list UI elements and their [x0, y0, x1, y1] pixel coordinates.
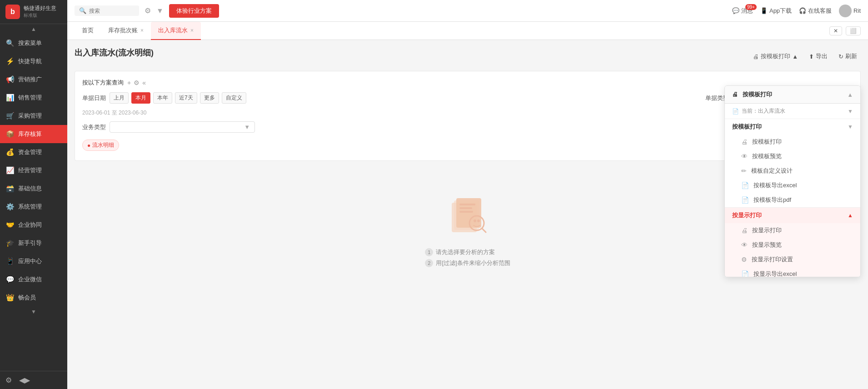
sidebar-scroll-up[interactable]: ▲ [0, 24, 67, 34]
dropdown-item-template-custom[interactable]: ✏ 模板自定义设计 [725, 164, 860, 178]
svg-rect-3 [459, 204, 475, 205]
page-actions: 🖨 按模板打印 ▲ ⬆ 导出 ↻ 刷新 [749, 50, 861, 62]
date-btn-custom[interactable]: 自定义 [222, 92, 246, 104]
tab-batch-ledger-label: 库存批次账 [108, 26, 138, 35]
sidebar-item-cooperation[interactable]: 🤝 企业协同 [0, 216, 67, 234]
sidebar-item-wechat[interactable]: 💬 企业微信 [0, 270, 67, 289]
online-service-button[interactable]: 🎧 在线客服 [799, 7, 832, 15]
print-btn[interactable]: 🖨 按模板打印 ▲ [749, 50, 802, 62]
sidebar-item-member[interactable]: 👑 畅会员 [0, 289, 67, 307]
template-export-pdf-icon: 📄 [741, 196, 749, 204]
step-2-num: 2 [425, 259, 433, 267]
trial-btn[interactable]: 体验行业方案 [169, 4, 219, 18]
biz-type-filter-item: 业务类型 ▼ [82, 121, 255, 133]
sidebar-item-appstore[interactable]: 📱 应用中心 [0, 252, 67, 270]
filter-setting-icon[interactable]: ⚙ [134, 79, 140, 86]
sidebar-item-inventory[interactable]: 📦 库存核算 [0, 125, 67, 143]
display-print-settings-icon: ⚙ [741, 256, 747, 263]
settings-bottom-icon[interactable]: ⚙ [5, 376, 12, 384]
search-icon: 🔍 [5, 39, 15, 48]
menu-toggle-icon[interactable]: ◀▶ [19, 376, 30, 384]
dropdown-title: 🖨 按模板打印 [732, 90, 772, 99]
sidebar-item-base[interactable]: 🗃️ 基础信息 [0, 180, 67, 198]
dropdown-item-template-export-excel[interactable]: 📄 按模板导出excel [725, 178, 860, 193]
sidebar-item-quick-nav[interactable]: ⚡ 快捷导航 [0, 52, 67, 70]
sidebar-item-guide[interactable]: 🎓 新手引导 [0, 234, 67, 252]
sidebar-item-label: 系统管理 [18, 203, 42, 211]
sidebar-item-label: 应用中心 [18, 257, 42, 265]
tab-batch-ledger[interactable]: 库存批次账 × [101, 22, 151, 40]
sidebar-item-sales[interactable]: 📊 销售管理 [0, 89, 67, 107]
search-input[interactable] [89, 8, 135, 14]
date-btn-current-year[interactable]: 本年 [153, 92, 172, 104]
date-filter-label: 单据日期 [82, 94, 106, 102]
sidebar-item-label: 库存核算 [18, 130, 42, 138]
sidebar-item-finance[interactable]: 💰 资金管理 [0, 143, 67, 161]
dropdown-item-display-export-excel[interactable]: 📄 按显示导出excel [725, 267, 860, 277]
svg-rect-5 [459, 211, 473, 213]
svg-line-7 [482, 229, 486, 232]
sidebar-item-label: 营销推广 [18, 75, 42, 84]
print-label: 按模板打印 [761, 52, 790, 60]
template-export-excel-label: 按模板导出excel [753, 181, 797, 190]
window-maximize-btn[interactable]: ⬜ [846, 26, 861, 35]
refresh-btn[interactable]: ↻ 刷新 [835, 50, 861, 62]
active-filter-tag-flow[interactable]: ● 流水明细 [82, 140, 119, 151]
dropdown-item-display-preview[interactable]: 👁 按显示预览 [725, 238, 860, 252]
empty-step-2: 2 用[过滤]条件来缩小分析范围 [425, 259, 510, 267]
inventory-icon: 📦 [5, 130, 15, 139]
current-template-icon: 📄 [732, 108, 739, 115]
add-filter-icon[interactable]: + [127, 79, 131, 86]
template-print-section: 按模板打印 ▼ 🖨 按模板打印 👁 按模板预览 [725, 119, 860, 208]
filter-collapse-icon[interactable]: « [142, 79, 146, 86]
tab-batch-ledger-close[interactable]: × [140, 27, 144, 34]
sidebar-item-search[interactable]: 🔍 搜索菜单 [0, 34, 67, 52]
topbar-gear-icon[interactable]: ⚙ [145, 6, 151, 15]
svg-rect-4 [459, 207, 472, 209]
display-print-items: 🖨 按显示打印 👁 按显示预览 ⚙ 按显示打印设置 [725, 223, 860, 277]
sidebar-item-purchase[interactable]: 🛒 采购管理 [0, 107, 67, 125]
filter-icon: ● [87, 142, 90, 149]
dropdown-item-template-export-pdf[interactable]: 📄 按模板导出pdf [725, 193, 860, 207]
guide-icon: 🎓 [5, 239, 15, 248]
dropdown-item-template-preview[interactable]: 👁 按模板预览 [725, 149, 860, 164]
tab-inout-flow-close[interactable]: × [190, 27, 194, 34]
page-content: 出入库流水(流水明细) 🖨 按模板打印 ▲ ⬆ 导出 ↻ 刷新 [67, 40, 868, 389]
dropdown-item-template-print[interactable]: 🖨 按模板打印 [725, 135, 860, 149]
date-btn-last7days[interactable]: 近7天 [175, 92, 197, 104]
topbar-search-box[interactable]: 🔍 [75, 5, 139, 16]
member-icon: 👑 [5, 293, 15, 302]
date-btn-more[interactable]: 更多 [200, 92, 219, 104]
dropdown-item-display-print-settings[interactable]: ⚙ 按显示打印设置 [725, 252, 860, 267]
appstore-icon: 📱 [5, 257, 15, 266]
messages-button[interactable]: 💬 消息 99+ [732, 7, 753, 15]
edition-label: 标准版 [24, 12, 56, 19]
sidebar-item-system[interactable]: ⚙️ 系统管理 [0, 198, 67, 216]
date-btn-last-month[interactable]: 上月 [110, 92, 129, 104]
tab-inout-flow[interactable]: 出入库流水 × [151, 22, 201, 40]
chevron-up-icon[interactable]: ▲ [847, 91, 853, 98]
template-export-pdf-label: 按模板导出pdf [753, 196, 791, 204]
user-avatar-area[interactable]: Rit [839, 5, 861, 17]
template-print-item-label: 按模板打印 [752, 138, 782, 146]
svg-point-9 [477, 219, 480, 222]
biz-type-select[interactable]: ▼ [110, 121, 255, 133]
topbar-left: 🔍 ⚙ ▼ 体验行业方案 [75, 4, 219, 18]
export-btn[interactable]: ⬆ 导出 [805, 50, 831, 62]
empty-icon [445, 194, 490, 239]
tab-home[interactable]: 首页 [75, 22, 101, 40]
sidebar-bottom: ⚙ ◀▶ [0, 371, 67, 389]
sidebar-scroll-down[interactable]: ▼ [0, 307, 67, 317]
topbar-arrow-icon[interactable]: ▼ [156, 7, 164, 15]
template-preview-label: 按模板预览 [752, 152, 782, 160]
display-print-header[interactable]: 按显示打印 ▲ [725, 208, 860, 223]
date-btn-current-month[interactable]: 本月 [131, 92, 150, 104]
sidebar-item-label: 经营管理 [18, 166, 42, 175]
template-print-header[interactable]: 按模板打印 ▼ [725, 119, 860, 135]
sidebar-item-operations[interactable]: 📈 经营管理 [0, 161, 67, 180]
operations-icon: 📈 [5, 166, 15, 175]
app-download-button[interactable]: 📱 App下载 [760, 7, 792, 15]
sidebar-item-marketing[interactable]: 📢 营销推广 [0, 70, 67, 89]
window-close-btn[interactable]: ✕ [829, 26, 842, 35]
dropdown-item-display-print[interactable]: 🖨 按显示打印 [725, 223, 860, 238]
